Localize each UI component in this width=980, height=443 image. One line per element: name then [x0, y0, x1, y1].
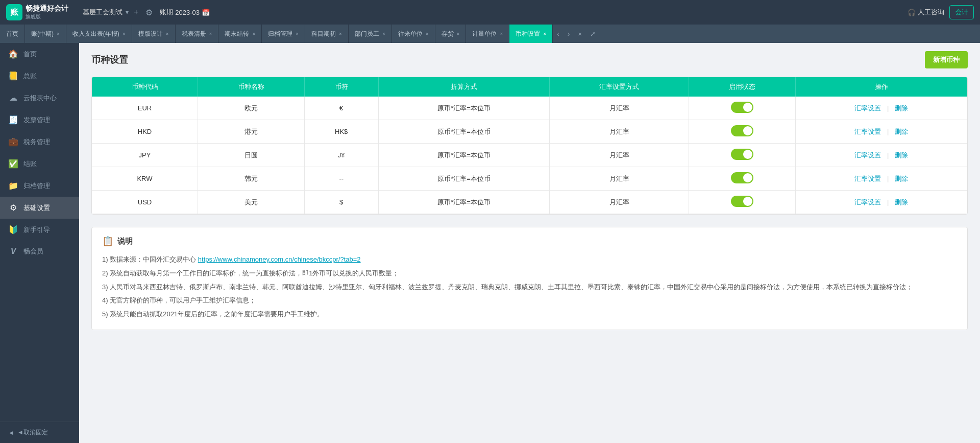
tab-template-close[interactable]: × [166, 31, 169, 37]
cell-action: 汇率设置 | 删除 [795, 191, 967, 214]
sidebar-label-member: 畅会员 [23, 247, 43, 256]
delete-link[interactable]: 删除 [895, 128, 908, 135]
settings-icon[interactable]: ⚙ [143, 6, 155, 19]
cell-symbol: $ [304, 191, 378, 214]
tab-income-report[interactable]: 收入支出表(年报) × [66, 25, 132, 43]
tab-period-close[interactable]: 期末结转 × [218, 25, 262, 43]
tab-ledger-mid-close[interactable]: × [57, 31, 60, 37]
delete-link[interactable]: 删除 [895, 175, 908, 182]
cell-code: HKD [92, 120, 198, 144]
tab-partner-close[interactable]: × [426, 31, 429, 37]
delete-link[interactable]: 删除 [895, 151, 908, 159]
period-area: 账期 2023-03 📅 [160, 8, 210, 17]
chinamoney-link[interactable]: https://www.chinamoney.com.cn/chinese/bk… [198, 255, 361, 263]
tab-archive[interactable]: 归档管理 × [262, 25, 305, 43]
tab-period-close-icon[interactable]: × [252, 31, 255, 37]
tab-archive-close[interactable]: × [296, 31, 299, 37]
tab-prev-button[interactable]: ‹ [553, 25, 564, 43]
tab-unit[interactable]: 计量单位 × [466, 25, 509, 43]
tab-subject-init[interactable]: 科目期初 × [305, 25, 349, 43]
cell-status [689, 97, 795, 120]
rate-settings-link[interactable]: 汇率设置 [854, 104, 881, 112]
col-status: 启用状态 [689, 77, 795, 97]
tab-bar: 首页 账(中期) × 收入支出表(年报) × 模版设计 × 税表清册 × 期末结… [0, 25, 980, 43]
company-dropdown-icon[interactable]: ▾ [126, 9, 129, 16]
calendar-icon[interactable]: 📅 [202, 9, 210, 16]
tab-inventory-close[interactable]: × [457, 31, 460, 37]
tab-dept-staff-close[interactable]: × [382, 31, 385, 37]
sidebar-label-home: 首页 [23, 50, 37, 59]
delete-link[interactable]: 删除 [895, 104, 908, 112]
tab-subject-init-close[interactable]: × [339, 31, 342, 37]
toggle-enabled[interactable] [731, 125, 753, 136]
tab-ledger-mid[interactable]: 账(中期) × [25, 25, 66, 43]
new-currency-button[interactable]: 新增币种 [925, 51, 968, 68]
sidebar-pin-toggle[interactable]: ◄ ◄取消固定 [0, 422, 79, 443]
col-name: 币种名称 [198, 77, 305, 97]
sidebar-item-ledger[interactable]: 📒 总账 [0, 65, 79, 87]
sidebar-item-tax[interactable]: 💼 税务管理 [0, 131, 79, 153]
tab-period-close-label: 期末结转 [225, 30, 249, 38]
company-name: 基层工会测试 [83, 8, 122, 17]
table-row: KRW 韩元 -- 原币*汇率=本位币 月汇率 汇率设置 | 删除 [92, 167, 967, 191]
col-calc: 折算方式 [378, 77, 550, 97]
tab-close-all-button[interactable]: × [574, 30, 586, 38]
sidebar-label-archive: 归档管理 [23, 181, 50, 191]
sidebar-item-invoice[interactable]: 🧾 发票管理 [0, 109, 79, 131]
toggle-enabled[interactable] [731, 102, 753, 113]
sidebar-item-member[interactable]: V 畅会员 [0, 241, 79, 262]
add-company-icon[interactable]: + [132, 6, 140, 19]
tab-inventory-label: 存货 [442, 30, 454, 38]
tab-tax-table[interactable]: 税表清册 × [176, 25, 219, 43]
sidebar-label-settings: 基础设置 [23, 203, 50, 213]
sidebar-item-archive[interactable]: 📁 归档管理 [0, 175, 79, 197]
tab-partner[interactable]: 往来单位 × [392, 25, 435, 43]
cell-code: USD [92, 191, 198, 214]
cell-rate-type: 月汇率 [550, 167, 689, 191]
tab-tax-table-close[interactable]: × [209, 31, 212, 37]
cell-name: 日圆 [198, 144, 305, 167]
note-item-5: 系统只能自动抓取2021年度后的汇率，之前年度汇率需要用户手工维护。 [102, 308, 957, 321]
tab-template-label: 模版设计 [138, 30, 163, 38]
sidebar-item-report[interactable]: ☁ 云报表中心 [0, 87, 79, 109]
col-symbol: 币符 [304, 77, 378, 97]
table-row: USD 美元 $ 原币*汇率=本位币 月汇率 汇率设置 | 删除 [92, 191, 967, 214]
logo-area: 账 畅捷通好会计 旗舰版 [6, 4, 78, 20]
sidebar-item-settings[interactable]: ⚙ 基础设置 [0, 197, 79, 219]
sidebar-item-guide[interactable]: 🔰 新手引导 [0, 219, 79, 241]
tab-home[interactable]: 首页 [0, 25, 25, 43]
sidebar-label-checkout: 结账 [23, 159, 37, 169]
tab-unit-close[interactable]: × [500, 31, 503, 37]
tab-income-report-close[interactable]: × [122, 31, 126, 37]
cell-name: 韩元 [198, 167, 305, 191]
rate-settings-link[interactable]: 汇率设置 [854, 151, 881, 159]
period-value: 2023-03 [175, 9, 200, 16]
logo-text: 畅捷通好会计 [26, 4, 68, 13]
sidebar-item-home[interactable]: 🏠 首页 [0, 43, 79, 65]
tax-icon: 💼 [8, 137, 18, 147]
tab-next-button[interactable]: › [564, 25, 574, 43]
cell-action: 汇率设置 | 删除 [795, 97, 967, 120]
toggle-enabled[interactable] [731, 149, 753, 160]
sidebar-item-checkout[interactable]: ✅ 结账 [0, 153, 79, 175]
tab-dept-staff-label: 部门员工 [355, 30, 379, 38]
delete-link[interactable]: 删除 [895, 198, 908, 206]
toggle-enabled[interactable] [731, 172, 753, 183]
rate-settings-link[interactable]: 汇率设置 [854, 175, 881, 182]
kuaiji-button[interactable]: 会计 [949, 5, 974, 19]
sidebar-label-guide: 新手引导 [23, 225, 50, 235]
tab-template[interactable]: 模版设计 × [132, 25, 176, 43]
rate-settings-link[interactable]: 汇率设置 [854, 128, 881, 135]
toggle-enabled[interactable] [731, 196, 753, 207]
archive-icon: 📁 [8, 181, 18, 191]
cell-symbol: € [304, 97, 378, 120]
service-button[interactable]: 🎧 人工咨询 [908, 8, 944, 17]
tab-inventory[interactable]: 存货 × [435, 25, 467, 43]
tab-maximize-button[interactable]: ⤢ [586, 30, 600, 38]
page-title: 币种设置 [91, 54, 128, 66]
table-row: EUR 欧元 € 原币*汇率=本位币 月汇率 汇率设置 | 删除 [92, 97, 967, 120]
tab-currency[interactable]: 币种设置 × [509, 25, 553, 43]
tab-currency-close[interactable]: × [543, 31, 546, 37]
rate-settings-link[interactable]: 汇率设置 [854, 198, 881, 206]
tab-dept-staff[interactable]: 部门员工 × [349, 25, 392, 43]
